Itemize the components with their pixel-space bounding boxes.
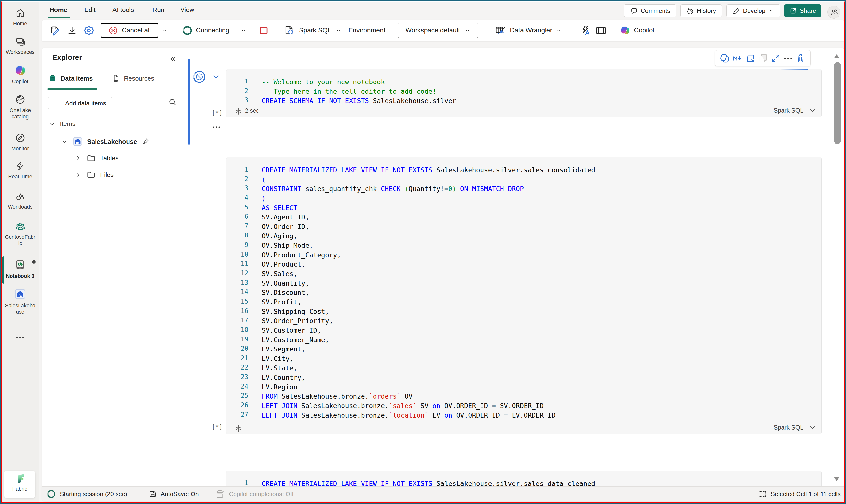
- notebook-scroll-down[interactable]: [832, 474, 842, 484]
- account-avatar[interactable]: [827, 6, 840, 19]
- code-line[interactable]: SV.Sales,: [262, 269, 821, 279]
- code-line[interactable]: LV.Segment,: [262, 345, 821, 354]
- code-line[interactable]: SV.Shipping_Cost,: [262, 307, 821, 317]
- rail-item-copilot[interactable]: Copilot: [2, 65, 39, 85]
- menu-tab-ai-tools[interactable]: AI tools: [113, 6, 134, 14]
- copilot-button[interactable]: Copilot: [620, 20, 655, 41]
- code-line[interactable]: (: [262, 175, 821, 184]
- tree-item-items[interactable]: Items: [48, 120, 75, 128]
- rail-item-workloads[interactable]: Workloads: [2, 191, 39, 210]
- code-line[interactable]: SV.Discount,: [262, 288, 821, 298]
- environment-button[interactable]: Environment: [348, 20, 385, 41]
- search-data-items-button[interactable]: [168, 97, 177, 106]
- lakehouse-icon: [72, 136, 83, 147]
- delete-cell-button[interactable]: [795, 53, 806, 64]
- code-line[interactable]: SV.Profit,: [262, 298, 821, 307]
- expand-cell-button[interactable]: [771, 53, 781, 64]
- notebook-cell-1[interactable]: 1-- Welcome to your new notebook2-- Type…: [226, 69, 822, 118]
- code-line[interactable]: OV.Aging,: [262, 231, 821, 241]
- develop-button[interactable]: Develop: [726, 4, 780, 17]
- copilot-completions-status[interactable]: Copilot completions: Off: [215, 487, 294, 501]
- session-status-dropdown[interactable]: Connecting...: [196, 20, 246, 41]
- rail-item-contosofabric[interactable]: ContosoFabric: [2, 221, 39, 247]
- cancel-all-dropdown[interactable]: [162, 20, 168, 41]
- tree-item-tables[interactable]: Tables: [75, 153, 119, 163]
- save-button[interactable]: [49, 20, 61, 41]
- code-line[interactable]: OV.Product_Category,: [262, 250, 821, 260]
- code-line[interactable]: SV.Agent_ID,: [262, 213, 821, 222]
- code-line[interactable]: CREATE SCHEMA IF NOT EXISTS SalesLakehou…: [262, 96, 821, 106]
- code-line[interactable]: FROM SalesLakehouse.bronze.`orders` OV: [262, 392, 821, 401]
- download-button[interactable]: [67, 20, 77, 41]
- menu-tab-edit[interactable]: Edit: [84, 6, 96, 14]
- rail-item-workspaces[interactable]: Workspaces: [2, 36, 39, 55]
- menu-tab-view[interactable]: View: [180, 6, 194, 14]
- notebook-cell-3[interactable]: 1CREATE MATERIALIZED LAKE VIEW IF NOT EX…: [226, 471, 822, 486]
- cell-language-selector[interactable]: Spark SQL: [774, 424, 816, 431]
- code-line[interactable]: SV.Quantity,: [262, 279, 821, 288]
- code-line[interactable]: CREATE MATERIALIZED LAKE VIEW IF NOT EXI…: [262, 479, 821, 486]
- collapse-cell-button[interactable]: [212, 73, 220, 81]
- code-line[interactable]: ): [262, 194, 821, 203]
- notebook-scroll-thumb[interactable]: [834, 62, 841, 144]
- code-line[interactable]: OV.Product,: [262, 260, 821, 269]
- cancel-run-button[interactable]: [193, 70, 206, 84]
- rail-item-saleslakehouse[interactable]: SalesLakehouse: [2, 288, 39, 315]
- more-cell-options-button[interactable]: [783, 53, 793, 64]
- code-line[interactable]: CONSTRAINT sales_quantity_chk CHECK (Qua…: [262, 184, 821, 194]
- code-line[interactable]: AS SELECT: [262, 203, 821, 213]
- rail-item-home[interactable]: Home: [2, 7, 39, 27]
- comments-button[interactable]: Comments: [624, 4, 676, 17]
- copilot-outline-icon: [720, 53, 730, 64]
- data-wrangler-button[interactable]: Data Wrangler: [495, 20, 562, 41]
- add-data-items-button[interactable]: Add data items: [48, 97, 113, 109]
- cell-language-selector[interactable]: Spark SQL: [774, 107, 816, 114]
- code-line[interactable]: OV.Ship_Mode,: [262, 241, 821, 250]
- rail-item-onelakecatalog[interactable]: OneLakecatalog: [2, 94, 39, 120]
- share-label: Share: [800, 7, 816, 14]
- copy-cell-button[interactable]: [758, 53, 769, 64]
- to-markdown-button[interactable]: [732, 53, 743, 64]
- code-line[interactable]: -- Welcome to your new notebook: [262, 77, 821, 87]
- notebook-scroll-up[interactable]: [832, 52, 842, 61]
- shortcuts-button[interactable]: [580, 20, 591, 41]
- rail-more-button[interactable]: [15, 332, 25, 343]
- menu-tab-home[interactable]: Home: [49, 6, 67, 14]
- code-line[interactable]: OV.Order_ID,: [262, 222, 821, 232]
- language-selector[interactable]: Spark SQL: [283, 20, 342, 41]
- stop-session-button[interactable]: [258, 20, 269, 41]
- code-line[interactable]: SV.Order_Priority,: [262, 316, 821, 326]
- tab-data-items[interactable]: Data items: [48, 74, 93, 83]
- history-button[interactable]: History: [680, 4, 722, 17]
- tab-resources[interactable]: Resources: [111, 74, 154, 83]
- menu-tab-run[interactable]: Run: [152, 6, 165, 14]
- collapse-explorer-button[interactable]: [168, 55, 177, 63]
- settings-button[interactable]: [83, 20, 94, 41]
- tree-item-files[interactable]: Files: [75, 170, 114, 180]
- session-status-spinner[interactable]: [182, 20, 193, 41]
- code-line[interactable]: LEFT JOIN SalesLakehouse.bronze.`locatio…: [262, 411, 821, 420]
- code-line[interactable]: LV.Country,: [262, 373, 821, 382]
- frame-button[interactable]: [595, 20, 607, 41]
- code-line[interactable]: LV.City,: [262, 354, 821, 364]
- cancel-all-button[interactable]: Cancel all: [101, 23, 158, 38]
- workspace-default-dropdown[interactable]: Workspace default: [398, 23, 478, 38]
- code-line[interactable]: -- Type here in the cell editor to add c…: [262, 87, 821, 96]
- fabric-brand-card[interactable]: Fabric: [4, 471, 35, 498]
- code-line[interactable]: LV.Customer_Name,: [262, 335, 821, 345]
- copilot-cell-button[interactable]: [720, 53, 730, 64]
- code-line[interactable]: LV.Region: [262, 382, 821, 392]
- code-line[interactable]: SV.Customer_ID,: [262, 326, 821, 335]
- autosave-status[interactable]: AutoSave: On: [148, 487, 199, 501]
- code-line[interactable]: CREATE MATERIALIZED LAKE VIEW IF NOT EXI…: [262, 165, 821, 175]
- cell-more-button[interactable]: [212, 123, 221, 132]
- share-button[interactable]: Share: [784, 4, 821, 17]
- code-line[interactable]: LV.State,: [262, 363, 821, 373]
- code-line[interactable]: LEFT JOIN SalesLakehouse.bronze.`sales` …: [262, 401, 821, 411]
- clear-output-button[interactable]: [745, 53, 756, 64]
- rail-item-monitor[interactable]: Monitor: [2, 132, 39, 152]
- notebook-cell-2[interactable]: 1CREATE MATERIALIZED LAKE VIEW IF NOT EX…: [226, 157, 822, 434]
- rail-item-real-time[interactable]: Real-Time: [2, 161, 39, 180]
- monitor-icon: [15, 132, 25, 143]
- tree-item-saleslakehouse[interactable]: SalesLakehouse: [61, 136, 150, 147]
